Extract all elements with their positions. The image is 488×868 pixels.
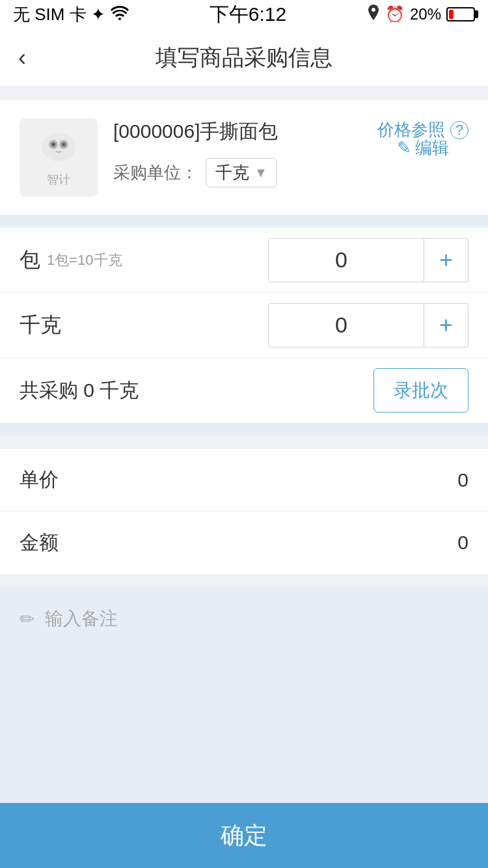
wifi-icon — [111, 5, 129, 25]
record-batch-button[interactable]: 录批次 — [373, 368, 468, 413]
section-divider-2 — [0, 423, 488, 436]
input-row-bao: 包 1包=10千克 + — [0, 228, 488, 293]
pencil-icon: ✏ — [20, 608, 34, 630]
bao-plus-button[interactable]: + — [424, 238, 468, 282]
status-left: 无 SIM 卡 ✦ — [13, 3, 129, 26]
product-logo-icon — [39, 128, 78, 169]
svg-point-6 — [62, 143, 65, 146]
price-section: 单价 0 金额 0 — [0, 449, 488, 574]
bao-sublabel: 1包=10千克 — [47, 251, 122, 270]
note-section[interactable]: ✏ 输入备注 — [0, 587, 488, 651]
unit-price-value: 0 — [457, 469, 468, 491]
bao-input-group: + — [268, 238, 468, 282]
help-icon: ? — [450, 121, 468, 139]
price-ref-button[interactable]: 价格参照 ? — [377, 118, 468, 141]
unit-selector[interactable]: 千克 ▼ — [206, 158, 277, 187]
back-button[interactable]: ‹ — [18, 44, 26, 72]
amount-row: 金额 0 — [0, 511, 488, 574]
battery-percent: 20% — [410, 5, 441, 23]
battery-icon — [446, 7, 475, 21]
unit-value: 千克 — [215, 161, 249, 184]
nav-bar: ‹ 填写商品采购信息 — [0, 29, 488, 87]
amount-label: 金额 — [20, 530, 59, 556]
amount-value: 0 — [457, 532, 468, 554]
unit-price-row: 单价 0 — [0, 449, 488, 511]
summary-row: 共采购 0 千克 录批次 — [0, 358, 488, 423]
status-time: 下午6:12 — [210, 1, 286, 28]
sim-signal: 无 SIM 卡 ✦ — [13, 3, 105, 26]
input-row-kg: 千克 + — [0, 293, 488, 358]
kg-input-group: + — [268, 303, 468, 347]
product-image-sublabel: 智计 — [47, 172, 70, 187]
product-image: 智计 — [20, 118, 98, 197]
product-unit-row: 采购单位： 千克 ▼ — [113, 158, 468, 187]
svg-point-0 — [42, 133, 75, 161]
kg-plus-button[interactable]: + — [424, 303, 468, 347]
page-title: 填写商品采购信息 — [156, 43, 332, 73]
status-right: ⏰ 20% — [367, 5, 475, 24]
unit-label: 采购单位： — [113, 161, 198, 184]
location-icon — [367, 5, 380, 24]
summary-text: 共采购 0 千克 — [20, 377, 139, 404]
unit-price-label: 单价 — [20, 467, 59, 493]
confirm-button[interactable]: 确定 — [0, 803, 488, 868]
bao-label: 包 — [20, 246, 40, 275]
dropdown-icon: ▼ — [254, 165, 267, 180]
kg-input[interactable] — [268, 303, 424, 347]
price-ref-label: 价格参照 — [377, 118, 445, 141]
note-placeholder: 输入备注 — [45, 606, 118, 631]
section-divider-1 — [0, 215, 488, 228]
kg-label: 千克 — [20, 311, 61, 340]
alarm-icon: ⏰ — [385, 5, 405, 23]
status-bar: 无 SIM 卡 ✦ 下午6:12 ⏰ 20% — [0, 0, 488, 29]
bao-input[interactable] — [268, 238, 424, 282]
product-card: 智计 [0000006]手撕面包 采购单位： 千克 ▼ ✎ 编辑 价格参照 ? — [0, 100, 488, 215]
svg-point-5 — [52, 143, 55, 146]
